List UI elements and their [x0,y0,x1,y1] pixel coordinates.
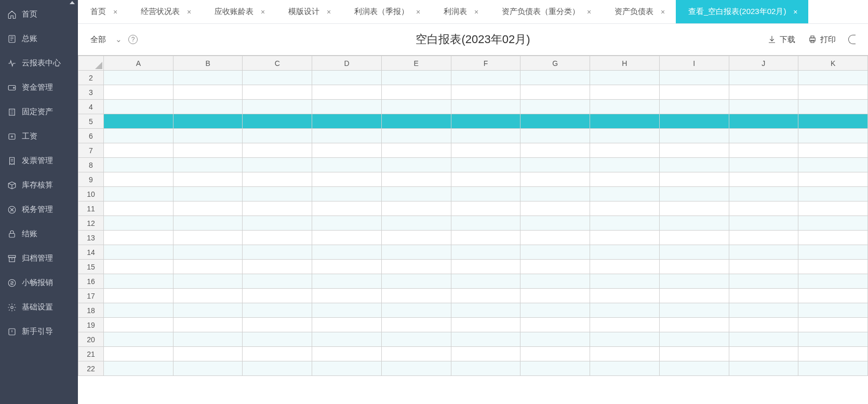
cell-F12[interactable] [451,216,520,231]
cell-G15[interactable] [520,260,590,274]
cell-C8[interactable] [243,158,312,172]
close-icon[interactable]: × [111,8,119,16]
cell-K5[interactable] [798,114,868,129]
cell-E10[interactable] [381,187,451,201]
cell-C21[interactable] [243,347,312,361]
cell-I11[interactable] [659,201,729,216]
cell-B20[interactable] [173,332,243,347]
tab-1[interactable]: 经营状况表× [128,0,202,23]
sidebar-item-closing[interactable]: 结账 [0,222,78,246]
cell-K6[interactable] [798,129,868,143]
cell-G18[interactable] [520,303,590,318]
cell-E3[interactable] [381,85,451,100]
cell-K3[interactable] [798,85,868,100]
row-header-12[interactable]: 12 [78,216,104,231]
sidebar-item-guide[interactable]: 新手引导 [0,319,78,344]
cell-D4[interactable] [312,100,382,114]
cell-A2[interactable] [104,71,173,85]
cell-G13[interactable] [520,231,590,245]
cell-E14[interactable] [381,245,451,260]
cell-G20[interactable] [520,332,590,347]
cell-F6[interactable] [451,129,520,143]
cell-C9[interactable] [243,172,312,187]
cell-G22[interactable] [520,361,590,376]
cell-F2[interactable] [451,71,520,85]
cell-I5[interactable] [659,114,729,129]
cell-I2[interactable] [659,71,729,85]
cell-J10[interactable] [729,187,798,201]
cell-I20[interactable] [659,332,729,347]
cell-D21[interactable] [312,347,382,361]
cell-A19[interactable] [104,318,173,332]
row-header-20[interactable]: 20 [78,332,104,347]
cell-C10[interactable] [243,187,312,201]
cell-D6[interactable] [312,129,382,143]
cell-F15[interactable] [451,260,520,274]
cell-B2[interactable] [173,71,243,85]
cell-K21[interactable] [798,347,868,361]
column-header-G[interactable]: G [520,56,590,71]
cell-H6[interactable] [590,129,660,143]
cell-B14[interactable] [173,245,243,260]
cell-G14[interactable] [520,245,590,260]
cell-E16[interactable] [381,274,451,289]
cell-J15[interactable] [729,260,798,274]
cell-G5[interactable] [520,114,590,129]
cell-H2[interactable] [590,71,660,85]
cell-B19[interactable] [173,318,243,332]
cell-A6[interactable] [104,129,173,143]
cell-I18[interactable] [659,303,729,318]
cell-H10[interactable] [590,187,660,201]
cell-I9[interactable] [659,172,729,187]
tab-2[interactable]: 应收账龄表× [202,0,276,23]
cell-J9[interactable] [729,172,798,187]
cell-G7[interactable] [520,143,590,158]
cell-D22[interactable] [312,361,382,376]
tab-8[interactable]: 查看_空白报表(2023年02月)× [676,0,808,23]
tab-5[interactable]: 利润表× [431,0,489,23]
cell-C12[interactable] [243,216,312,231]
sidebar-item-expense[interactable]: 小畅报销 [0,271,78,295]
cell-D20[interactable] [312,332,382,347]
cell-D17[interactable] [312,289,382,303]
cell-B8[interactable] [173,158,243,172]
sidebar-item-fixed-assets[interactable]: 固定资产 [0,100,78,124]
cell-B18[interactable] [173,303,243,318]
sidebar-item-inventory[interactable]: 库存核算 [0,173,78,197]
download-button[interactable]: 下载 [767,35,795,45]
row-header-7[interactable]: 7 [78,143,104,158]
cell-J8[interactable] [729,158,798,172]
sidebar-item-home[interactable]: 首页 [0,2,78,26]
cell-E12[interactable] [381,216,451,231]
cell-J7[interactable] [729,143,798,158]
row-header-22[interactable]: 22 [78,361,104,376]
column-header-H[interactable]: H [590,56,660,71]
cell-K14[interactable] [798,245,868,260]
cell-A10[interactable] [104,187,173,201]
cell-H7[interactable] [590,143,660,158]
row-header-9[interactable]: 9 [78,172,104,187]
cell-I12[interactable] [659,216,729,231]
cell-H22[interactable] [590,361,660,376]
cell-H16[interactable] [590,274,660,289]
cell-J4[interactable] [729,100,798,114]
close-icon[interactable]: × [185,8,193,16]
cell-H17[interactable] [590,289,660,303]
row-header-17[interactable]: 17 [78,289,104,303]
cell-B6[interactable] [173,129,243,143]
cell-H11[interactable] [590,201,660,216]
cell-E22[interactable] [381,361,451,376]
column-header-I[interactable]: I [659,56,729,71]
cell-F8[interactable] [451,158,520,172]
cell-A3[interactable] [104,85,173,100]
cell-J12[interactable] [729,216,798,231]
cell-D2[interactable] [312,71,382,85]
cell-D7[interactable] [312,143,382,158]
cell-C11[interactable] [243,201,312,216]
cell-E15[interactable] [381,260,451,274]
cell-G17[interactable] [520,289,590,303]
cell-E19[interactable] [381,318,451,332]
cell-B7[interactable] [173,143,243,158]
cell-E2[interactable] [381,71,451,85]
cell-J3[interactable] [729,85,798,100]
